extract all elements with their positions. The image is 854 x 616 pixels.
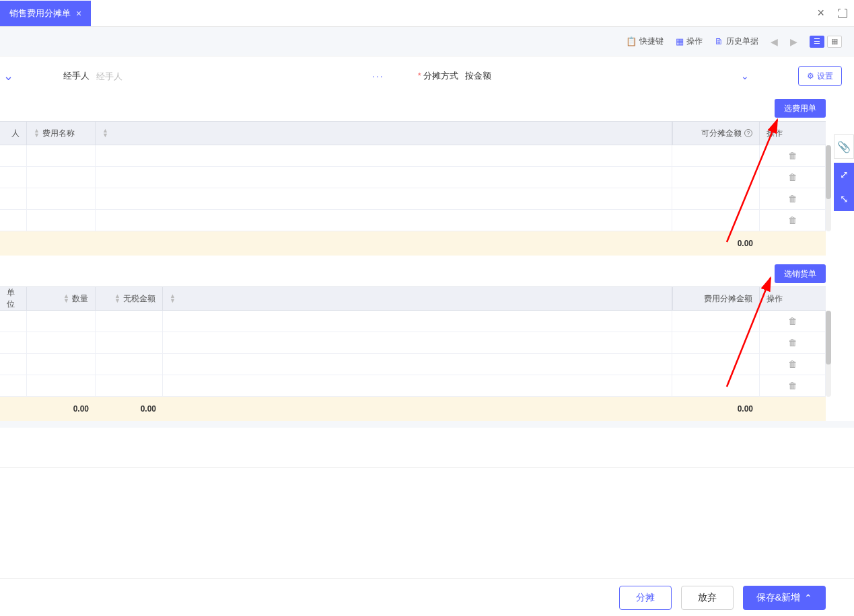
alloc-label: 分摊方式 [418,70,459,82]
th-col1: 费用名称 [42,128,75,139]
table-row: 🗑 [0,188,826,210]
shortcut-button[interactable]: 📋 快捷键 [626,36,664,47]
table-expense: 人 ▲▼ 费用名称 ▲▼ 可分摊金额 ? 操作 🗑 🗑 🗑 [0,121,854,256]
summary-row: 0.00 [0,231,826,256]
summary-row: 0.00 0.00 0.00 [0,397,826,421]
trash-icon[interactable]: 🗑 [788,359,797,369]
discard-button[interactable]: 放弃 [681,586,734,610]
operate-button[interactable]: ▦ 操作 [676,36,703,47]
handler-more-icon[interactable]: ··· [372,71,384,81]
handler-label: 经手人 [63,70,90,82]
close-icon[interactable]: × [813,3,828,23]
sum-qty: 0.00 [73,404,89,414]
document-icon: 🗎 [715,36,723,46]
alloc-caret-icon[interactable]: ⌄ [741,71,749,81]
alloc-value[interactable]: 按金额 [465,70,734,82]
sum-notax: 0.00 [141,404,156,414]
nav-next-icon[interactable]: ▶ [790,36,797,47]
history-button[interactable]: 🗎 历史单据 [715,36,758,47]
trash-icon[interactable]: 🗑 [788,215,797,225]
settings-label: 设置 [817,71,833,82]
tab-bar: 销售费用分摊单 × × [0,0,854,27]
nav-prev-icon[interactable]: ◀ [771,36,778,47]
sum-allocable: 0.00 [738,239,753,248]
th-unit: 单位 [7,287,20,310]
th-alloc-amount: 费用分摊金额 [704,293,752,305]
attachment-icon[interactable]: 📎 [834,134,854,159]
view-grid-icon[interactable]: ▦ [827,36,842,48]
trash-icon[interactable]: 🗑 [788,316,797,326]
sort-icon[interactable]: ▲▼ [170,294,176,303]
table-row: 🗑 [0,311,826,332]
footer: 分摊 放弃 保存&新增 ⌃ [0,578,854,616]
expand-out-icon[interactable]: ⤢ [834,163,854,187]
th-col0: 人 [11,128,20,139]
sort-icon[interactable]: ▲▼ [102,128,108,138]
scrollbar[interactable] [826,145,831,231]
save-label: 保存&新增 [756,592,800,604]
operate-label: 操作 [686,36,703,47]
trash-icon[interactable]: 🗑 [788,151,797,161]
trash-icon[interactable]: 🗑 [788,338,797,348]
sort-icon[interactable]: ▲▼ [114,294,120,303]
alloc-button[interactable]: 分摊 [619,586,672,610]
scrollbar[interactable] [826,311,831,397]
select-sales-button[interactable]: 选销货单 [775,264,826,283]
toolbar: 📋 快捷键 ▦ 操作 🗎 历史单据 ◀ ▶ ☰ ▦ [0,27,854,56]
handler-input[interactable] [96,67,365,85]
chevron-down-icon[interactable]: ⌄ [0,69,16,83]
trash-icon[interactable]: 🗑 [788,381,797,391]
gear-icon: ⚙ [807,71,814,81]
help-icon[interactable]: ? [744,129,752,137]
table-row: 🗑 [0,354,826,375]
th-allocable: 可分摊金额 [701,128,742,139]
expand-in-icon[interactable]: ⤡ [834,187,854,211]
table-row: 🗑 [0,210,826,231]
th-notax: 无税金额 [123,293,155,305]
clipboard-icon: 📋 [626,36,637,46]
table-row: 🗑 [0,332,826,354]
sort-icon[interactable]: ▲▼ [63,294,69,303]
table-sales: 单位 ▲▼ 数量 ▲▼ 无税金额 ▲▼ 费用分摊金额 操作 🗑 🗑 🗑 [0,286,854,421]
tab-active[interactable]: 销售费用分摊单 × [0,1,91,26]
table-row: 🗑 [0,145,826,167]
table-row: 🗑 [0,375,826,397]
form-row: ⌄ 经手人 ··· 分摊方式 按金额 ⌄ ⚙ 设置 [0,56,854,95]
tab-title: 销售费用分摊单 [9,7,71,20]
sum-alloc-amount: 0.00 [738,404,753,414]
trash-icon[interactable]: 🗑 [788,172,797,182]
trash-icon[interactable]: 🗑 [788,194,797,204]
th-ops2: 操作 [767,293,783,305]
settings-button[interactable]: ⚙ 设置 [798,66,842,86]
history-label: 历史单据 [726,36,758,47]
save-new-button[interactable]: 保存&新增 ⌃ [743,586,826,610]
view-list-icon[interactable]: ☰ [810,36,824,48]
th-qty: 数量 [72,293,88,305]
shortcut-label: 快捷键 [639,36,664,47]
tab-close-icon[interactable]: × [76,8,81,19]
grid-icon: ▦ [676,36,684,46]
side-buttons: 📎 ⤢ ⤡ [834,134,854,211]
chevron-up-icon: ⌃ [804,592,812,603]
sort-icon[interactable]: ▲▼ [34,128,40,138]
fullscreen-icon[interactable] [838,9,847,18]
th-ops: 操作 [767,128,783,139]
select-expense-button[interactable]: 选费用单 [775,99,826,118]
table-row: 🗑 [0,167,826,188]
